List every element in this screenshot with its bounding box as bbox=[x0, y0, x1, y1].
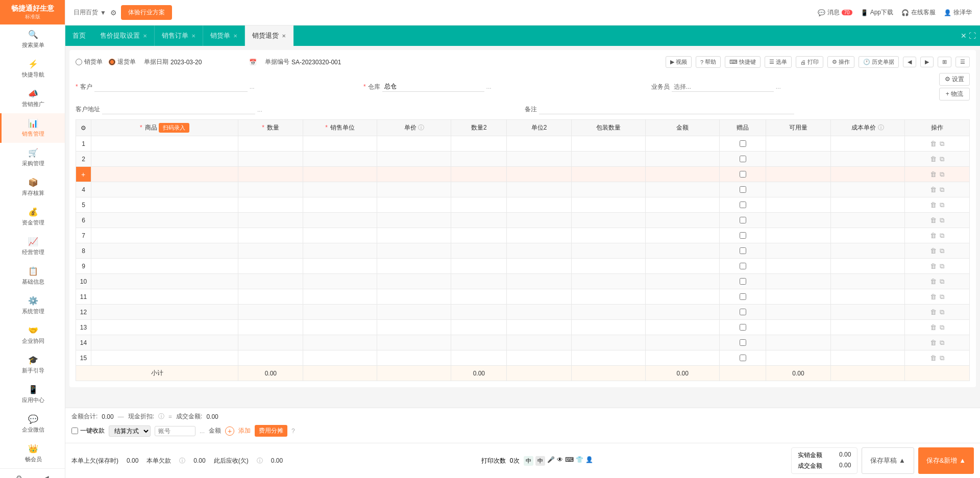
tab-close-icon[interactable]: ✕ bbox=[143, 33, 147, 39]
qty-cell[interactable] bbox=[238, 259, 303, 274]
history-btn[interactable]: 🕐 历史单据 bbox=[859, 56, 899, 68]
product-input[interactable] bbox=[93, 171, 236, 178]
add-row-btn[interactable]: + bbox=[78, 169, 88, 180]
copy-row-btn[interactable]: ⧉ bbox=[940, 262, 944, 270]
sidebar-item-member[interactable]: 👑 畅会员 bbox=[0, 439, 65, 468]
product-cell[interactable] bbox=[91, 274, 238, 289]
price-cell[interactable] bbox=[377, 305, 451, 320]
save-draft-btn[interactable]: 保存草稿 ▲ bbox=[862, 447, 914, 474]
qty-cell[interactable] bbox=[238, 136, 303, 152]
copy-row-btn[interactable]: ⧉ bbox=[940, 186, 944, 194]
qty2-cell[interactable] bbox=[451, 136, 507, 152]
gift-checkbox[interactable] bbox=[740, 156, 746, 162]
qty-cell[interactable] bbox=[238, 182, 303, 197]
cost-cell[interactable] bbox=[830, 136, 904, 152]
cost-cell[interactable] bbox=[830, 289, 904, 305]
gift-checkbox[interactable] bbox=[740, 309, 746, 315]
price-cell[interactable] bbox=[377, 274, 451, 289]
delete-row-btn[interactable]: 🗑 bbox=[930, 201, 937, 209]
add-row-bottom-btn[interactable]: + bbox=[225, 426, 234, 436]
unit-cell[interactable] bbox=[303, 350, 377, 366]
delete-row-btn[interactable]: 🗑 bbox=[930, 323, 937, 331]
tab-close-icon[interactable]: ✕ bbox=[282, 33, 286, 39]
gift-checkbox[interactable] bbox=[740, 232, 746, 239]
delete-row-btn[interactable]: 🗑 bbox=[930, 186, 937, 193]
tab-price-settings[interactable]: 售价提取设置 ✕ bbox=[93, 26, 155, 46]
message-btn[interactable]: 💬 消息 70 bbox=[818, 8, 852, 17]
gift-checkbox[interactable] bbox=[740, 186, 746, 193]
delete-row-btn[interactable]: 🗑 bbox=[930, 247, 937, 255]
product-input[interactable] bbox=[93, 186, 236, 193]
grid-view-btn[interactable]: ⊞ bbox=[938, 57, 951, 67]
sidebar-item-newguide[interactable]: 🎓 新手引导 bbox=[0, 350, 65, 380]
gift-cell[interactable] bbox=[720, 197, 766, 213]
qty2-cell[interactable] bbox=[451, 243, 507, 259]
delete-row-btn[interactable]: 🗑 bbox=[930, 232, 937, 239]
gift-checkbox[interactable] bbox=[740, 278, 746, 285]
scan-input-btn[interactable]: 扫码录入 bbox=[159, 123, 189, 133]
available-cell[interactable] bbox=[766, 350, 831, 366]
unit2-cell[interactable] bbox=[507, 197, 572, 213]
available-cell[interactable] bbox=[766, 259, 831, 274]
available-cell[interactable] bbox=[766, 213, 831, 228]
pack-cell[interactable] bbox=[572, 197, 646, 213]
product-cell[interactable] bbox=[91, 213, 238, 228]
available-cell[interactable] bbox=[766, 197, 831, 213]
product-input[interactable] bbox=[93, 217, 236, 224]
price-cell[interactable] bbox=[377, 259, 451, 274]
amount-cell[interactable] bbox=[646, 320, 720, 335]
product-input[interactable] bbox=[93, 140, 236, 147]
amount-cell[interactable] bbox=[646, 274, 720, 289]
price-cell[interactable] bbox=[377, 289, 451, 305]
qty2-cell[interactable] bbox=[451, 320, 507, 335]
qty2-cell[interactable] bbox=[451, 197, 507, 213]
unit-cell[interactable] bbox=[303, 335, 377, 350]
pack-cell[interactable] bbox=[572, 350, 646, 366]
app-download-btn[interactable]: 📱 App下载 bbox=[861, 8, 893, 17]
unit2-cell[interactable] bbox=[507, 152, 572, 167]
delete-row-btn[interactable]: 🗑 bbox=[930, 216, 937, 224]
product-input[interactable] bbox=[93, 309, 236, 316]
cost-cell[interactable] bbox=[830, 274, 904, 289]
return-radio[interactable] bbox=[109, 59, 115, 65]
unit-cell[interactable] bbox=[303, 320, 377, 335]
copy-row-btn[interactable]: ⧉ bbox=[940, 293, 944, 301]
tab-home[interactable]: 首页 bbox=[65, 26, 93, 46]
gift-cell[interactable] bbox=[720, 289, 766, 305]
user-profile[interactable]: 👤 徐泽华 bbox=[944, 8, 972, 17]
cost-cell[interactable] bbox=[830, 305, 904, 320]
unit2-cell[interactable] bbox=[507, 243, 572, 259]
product-cell[interactable] bbox=[91, 335, 238, 350]
available-cell[interactable] bbox=[766, 289, 831, 305]
product-input[interactable] bbox=[93, 202, 236, 209]
unit-cell[interactable] bbox=[303, 274, 377, 289]
sidebar-item-finance[interactable]: 💰 资金管理 bbox=[0, 202, 65, 232]
unit2-cell[interactable] bbox=[507, 228, 572, 243]
daily-goods-selector[interactable]: 日用百货 ▼ bbox=[74, 8, 106, 17]
product-cell[interactable] bbox=[91, 228, 238, 243]
cost-cell[interactable] bbox=[830, 320, 904, 335]
select-btn[interactable]: ☰ 选单 bbox=[765, 56, 792, 68]
tab-close-icon[interactable]: ✕ bbox=[233, 33, 237, 39]
copy-row-btn[interactable]: ⧉ bbox=[940, 201, 944, 209]
gift-checkbox[interactable] bbox=[740, 293, 746, 300]
col-settings-header[interactable]: ⚙ bbox=[76, 120, 91, 136]
unit-cell[interactable] bbox=[303, 136, 377, 152]
unit2-cell[interactable] bbox=[507, 182, 572, 197]
sidebar-item-purchase[interactable]: 🛒 采购管理 bbox=[0, 143, 65, 172]
available-cell[interactable] bbox=[766, 243, 831, 259]
calc-method-select[interactable]: 结算方式 bbox=[109, 425, 151, 437]
tab-fullscreen-btn[interactable]: ⛶ bbox=[969, 32, 976, 40]
tab-sales-return[interactable]: 销货退货 ✕ bbox=[245, 26, 293, 46]
copy-row-btn[interactable]: ⧉ bbox=[940, 170, 944, 179]
available-cell[interactable] bbox=[766, 136, 831, 152]
delete-row-btn[interactable]: 🗑 bbox=[930, 293, 937, 300]
gift-checkbox[interactable] bbox=[740, 263, 746, 269]
available-cell[interactable] bbox=[766, 320, 831, 335]
available-cell[interactable] bbox=[766, 182, 831, 197]
tab-sales-delivery[interactable]: 销货单 ✕ bbox=[203, 26, 245, 46]
gift-checkbox[interactable] bbox=[740, 202, 746, 208]
gift-cell[interactable] bbox=[720, 350, 766, 366]
qty2-cell[interactable] bbox=[451, 289, 507, 305]
qty-cell[interactable] bbox=[238, 289, 303, 305]
